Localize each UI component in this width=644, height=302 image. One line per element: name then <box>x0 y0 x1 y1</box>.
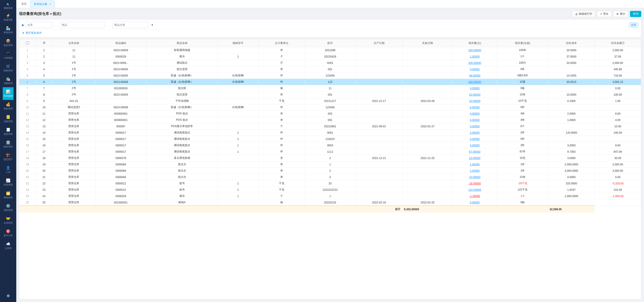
sidebar-item-inventory[interactable]: 📊库存核算 <box>3 87 14 100</box>
cell-code <box>95 98 146 104</box>
cell-qty-main[interactable]: 0.00000 <box>453 136 497 142</box>
sidebar-item-wholesale[interactable]: 📦批发管理 <box>3 37 14 49</box>
cell-qty-main[interactable]: 1.00000 <box>453 161 497 168</box>
cell-qty-main[interactable]: 1.00000 <box>453 168 497 174</box>
cell-name: 富诚（白色/奶棒） <box>146 104 218 111</box>
cell-qty-main[interactable]: 10.00000 <box>453 92 497 98</box>
cell-qty-main[interactable]: 0.00000 <box>453 123 497 130</box>
cell-qty-main[interactable]: 100.00000 <box>453 60 497 66</box>
qty-link[interactable]: 3.00000 <box>470 144 480 147</box>
table-row: 331号0023-0000...测试批次斤A001100.00000100斤20… <box>19 60 641 66</box>
footer-amount-total: 32,589.05 <box>548 206 595 213</box>
sidebar-item-cloud[interactable]: ☁️云应用 <box>3 239 14 252</box>
cell-qty-main[interactable]: 0.00000 <box>453 85 497 92</box>
qty-link[interactable]: -1.00000 <box>469 195 480 198</box>
sidebar-item-hr[interactable]: 👤工资 <box>3 163 14 176</box>
sidebar-item-ecom[interactable]: 🛒电商管理 <box>3 62 14 75</box>
sidebar-item-collab[interactable]: 🤝企业协同 <box>3 214 14 227</box>
settings-icon[interactable]: ⚙️ <box>6 292 11 300</box>
category-input[interactable] <box>112 22 148 28</box>
qty-link[interactable]: 0.00000 <box>470 137 480 141</box>
qty-link[interactable]: 10.00000 <box>469 176 480 179</box>
qty-link[interactable]: 1.00000 <box>470 55 480 58</box>
qty-link[interactable]: 0.00000 <box>470 87 480 90</box>
col-header-9: 现存量(主) <box>453 39 497 47</box>
qty-link[interactable]: 0.00000 <box>470 68 480 71</box>
qty-link[interactable]: 4.00000 <box>470 112 480 115</box>
cell-qty-main[interactable]: 3.00000 <box>453 142 497 149</box>
sidebar-item-general[interactable]: 📒总账管理 <box>3 113 14 125</box>
expand-arrow-icon[interactable]: ▶ <box>22 23 24 27</box>
cell-qty-main[interactable]: 122.00000 <box>453 187 497 193</box>
sidebar-item-ops[interactable]: 📈经营管理 <box>3 176 14 189</box>
row-checkbox-cell: 8 <box>19 92 36 98</box>
qty-link[interactable]: 0.00000 <box>470 125 480 128</box>
qty-link[interactable]: 100.00000 <box>468 49 481 52</box>
warehouse-input[interactable] <box>25 22 52 28</box>
qty-link[interactable]: 0.00000 <box>470 201 480 204</box>
print-button[interactable]: 🖨 按描述打印 <box>572 11 595 17</box>
cell-name: POS 批次 <box>146 111 218 117</box>
sidebar-item-invoice[interactable]: 🧾发票管理 <box>3 125 14 138</box>
col-header-12: 结存金额① <box>595 39 641 47</box>
qty-link[interactable]: 100.00000 <box>468 80 481 84</box>
cell-qty-main[interactable]: 10.00000 <box>453 174 497 180</box>
qty-link[interactable]: 1.00000 <box>470 163 480 166</box>
wholesale-icon: 📦 <box>6 39 10 43</box>
qty-link[interactable]: 87.00000 <box>469 150 480 153</box>
expand-conditions-button[interactable]: ▼ 展开更多条件 <box>22 31 638 35</box>
sidebar-search[interactable]: 🔍 搜索菜单 <box>0 2 16 11</box>
qty-link[interactable]: 10.00000 <box>469 99 480 103</box>
tab-close-icon[interactable]: ✕ <box>49 3 51 6</box>
tab-inventory-batch[interactable]: 库存批次量 ✕ <box>30 1 55 8</box>
sidebar-item-tax[interactable]: 🏛️税务管理 <box>3 138 14 151</box>
sidebar-item-guide[interactable]: 🎯新手引导 <box>3 227 14 239</box>
cell-exp-date <box>403 54 453 60</box>
cell-qty-main[interactable]: 100.00000 <box>453 47 497 54</box>
sidebar-item-system[interactable]: ⚙️系统管理 <box>3 201 14 214</box>
table-row: 2323营营仓库0000012批号1千克1222222222122.000001… <box>19 187 641 193</box>
cell-qty-main[interactable]: 0.00000 <box>453 199 497 206</box>
cell-qty-main[interactable]: 100.00000 <box>453 79 497 85</box>
cell-qty-main[interactable]: 4.00000 <box>453 117 497 123</box>
cell-qty-main[interactable]: 87.00000 <box>453 149 497 155</box>
qty-link[interactable]: 4.00000 <box>470 118 480 122</box>
qty-link[interactable]: 10.00000 <box>469 157 480 160</box>
qty-link[interactable]: 49.60000 <box>469 74 480 77</box>
qty-link[interactable]: 1.00000 <box>470 169 480 172</box>
sidebar-item-purchase[interactable]: 🛍️采购管理 <box>3 75 14 87</box>
query-button[interactable]: 查询 <box>630 11 641 17</box>
cell-qty-main[interactable]: 0.00000 <box>453 66 497 73</box>
sidebar-item-retail[interactable]: 🏪零售管理 <box>3 24 14 37</box>
show-button[interactable]: 👁 显示 <box>613 11 628 17</box>
sidebar-item-quick-nav[interactable]: ⚡快捷导航 <box>3 11 14 24</box>
cell-amount: -1,000.00 <box>595 193 641 199</box>
sidebar-label-collab: 企业协同 <box>4 221 13 225</box>
sidebar-item-finance[interactable]: 💰资金管理 <box>3 100 14 113</box>
cell-qty-main[interactable]: 1.00000 <box>453 54 497 60</box>
goods-input[interactable] <box>60 22 105 28</box>
qty-link[interactable]: -16.00000 <box>469 182 481 185</box>
sidebar-item-fixed-assets[interactable]: 🏗️固定资产 <box>3 151 14 163</box>
qty-link[interactable]: 0.00000 <box>470 106 480 109</box>
qty-link[interactable]: 122.00000 <box>468 188 481 191</box>
cell-qty-main[interactable]: 2.00000 <box>453 130 497 136</box>
qty-link[interactable]: 2.00000 <box>470 131 480 134</box>
select-all-checkbox[interactable] <box>26 42 29 44</box>
cell-qty-main[interactable]: 10.00000 <box>453 155 497 161</box>
cell-qty-main[interactable]: 49.60000 <box>453 73 497 79</box>
cell-qty-main[interactable]: 10.00000 <box>453 98 497 104</box>
export-button[interactable]: ↗ 导出 <box>597 11 612 17</box>
cell-amount: 0.00 <box>595 85 641 92</box>
qty-link[interactable]: 100.00000 <box>468 61 481 65</box>
cell-warehouse: 1号 <box>52 73 96 79</box>
sidebar-item-mini-ecom[interactable]: 📱小程电商 <box>3 49 14 62</box>
sidebar-item-basic[interactable]: 🗂️基础信息 <box>3 189 14 201</box>
settings-button[interactable]: 设置 <box>629 23 638 28</box>
qty-link[interactable]: 10.00000 <box>469 93 480 96</box>
cell-qty-main[interactable]: 4.00000 <box>453 111 497 117</box>
cell-qty-main[interactable]: -1.00000 <box>453 193 497 199</box>
cell-qty-main[interactable]: -16.00000 <box>453 180 497 187</box>
tab-home[interactable]: 首页 <box>18 1 30 7</box>
cell-qty-main[interactable]: 0.00000 <box>453 104 497 111</box>
